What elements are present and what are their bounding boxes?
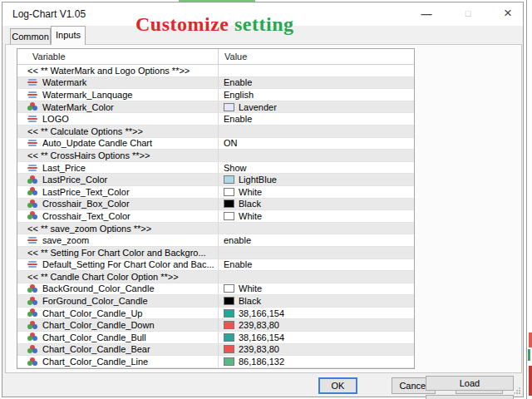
enum-list-icon xyxy=(27,261,37,268)
color-wheel-icon xyxy=(27,332,37,342)
variable-label: LOGO xyxy=(42,114,69,124)
value-swatch xyxy=(224,309,234,318)
value-cell[interactable]: White xyxy=(219,283,414,295)
value-cell[interactable]: 86,186,132 xyxy=(219,356,414,367)
param-row[interactable]: LastPrice_Text_Color White xyxy=(17,186,414,199)
section-row[interactable]: << ** Candle Chart Color Option **>> xyxy=(17,271,414,283)
section-row[interactable]: << ** WaterMark and Logo Options **>> xyxy=(17,65,414,77)
param-row[interactable]: Chart_Color_Candle_Up 38,166,154 xyxy=(17,308,414,320)
column-header-value: Value xyxy=(219,49,414,64)
value-cell[interactable]: White xyxy=(219,210,414,222)
variable-label: WaterMark_Color xyxy=(42,102,114,112)
param-row[interactable]: Default_Setting For Chart Color and Bac.… xyxy=(17,259,414,272)
value-cell[interactable]: Enable xyxy=(219,259,414,271)
value-cell[interactable]: 239,83,80 xyxy=(219,344,414,356)
custom-heading: Customize setting xyxy=(135,13,293,36)
variable-label: Crosshair_Box_Color xyxy=(42,199,130,209)
value-cell[interactable]: 239,83,80 xyxy=(219,319,414,331)
background-candle-green xyxy=(528,349,530,361)
param-row[interactable]: save_zoom enable xyxy=(17,234,414,247)
value-swatch xyxy=(224,297,234,305)
value-label: enable xyxy=(224,235,251,245)
param-row[interactable]: Watermark_Lanquage English xyxy=(17,89,414,101)
param-row[interactable]: Watermark Enable xyxy=(17,77,414,90)
value-cell[interactable] xyxy=(219,271,414,283)
value-cell[interactable]: Show xyxy=(219,162,414,174)
variable-cell: << ** WaterMark and Logo Options **>> xyxy=(17,65,219,76)
value-cell[interactable]: Black xyxy=(219,295,414,307)
maximize-icon[interactable]: □ xyxy=(455,4,481,22)
param-row[interactable]: Chart_Color_Candle_Bear 239,83,80 xyxy=(17,344,414,357)
tab-page-inputs: Variable Value << ** WaterMark and Logo … xyxy=(5,44,522,373)
background-candle-red xyxy=(529,332,532,347)
variable-cell: << ** Setting For Chart Color and Backgr… xyxy=(17,247,219,259)
variable-cell: << ** save_zoom Options **>> xyxy=(17,223,219,234)
variable-label: Watermark_Lanquage xyxy=(42,90,132,100)
param-row[interactable]: Chart_Color_Candle_Bull 38,166,154 xyxy=(17,332,414,344)
param-row[interactable]: Chart_Color_Candle_Down 239,83,80 xyxy=(17,319,414,332)
tab-common[interactable]: Common xyxy=(10,28,51,45)
param-row[interactable]: LOGO Enable xyxy=(17,113,414,126)
close-icon[interactable]: × xyxy=(495,4,521,22)
value-label: Enable xyxy=(224,259,252,269)
variable-label: << ** Calculate Options **>> xyxy=(27,126,143,136)
value-label: 38,166,154 xyxy=(239,332,284,342)
param-row[interactable]: Auto_Update Candle Chart ON xyxy=(17,138,414,150)
section-row[interactable]: << ** save_zoom Options **>> xyxy=(17,223,414,235)
variable-label: Chart_Color_Candle_Bull xyxy=(42,332,146,342)
param-row[interactable]: Chart_Color_Candle_Line 86,186,132 xyxy=(17,356,414,368)
param-row[interactable]: Last_Price Show xyxy=(17,162,414,175)
variable-cell: Chart_Color_Candle_Bull xyxy=(17,332,219,343)
color-wheel-icon xyxy=(27,308,37,318)
value-cell[interactable]: LightBlue xyxy=(219,174,414,185)
value-cell[interactable]: Lavender xyxy=(219,101,414,113)
section-row[interactable]: << ** Calculate Options **>> xyxy=(17,126,414,138)
variable-cell: Crosshair_Text_Color xyxy=(17,210,219,222)
value-swatch xyxy=(224,200,234,208)
param-row[interactable]: Crosshair_Box_Color Black xyxy=(17,199,414,211)
value-cell[interactable] xyxy=(219,247,414,259)
value-cell[interactable]: 38,166,154 xyxy=(219,332,414,343)
color-wheel-icon xyxy=(27,200,37,209)
color-wheel-icon xyxy=(27,211,37,220)
value-cell[interactable]: ON xyxy=(219,138,414,150)
variable-label: << ** CrossHairs Options **>> xyxy=(27,150,150,160)
value-cell[interactable] xyxy=(219,65,414,76)
load-button[interactable]: Load xyxy=(426,376,514,391)
variable-cell: Crosshair_Box_Color xyxy=(17,199,219,210)
variable-cell: Chart_Color_Candle_Down xyxy=(17,319,219,331)
color-wheel-icon xyxy=(27,284,37,293)
value-cell[interactable]: Enable xyxy=(219,77,414,89)
param-row[interactable]: BackGround_Color_Candle White xyxy=(17,283,414,296)
value-cell[interactable]: 38,166,154 xyxy=(219,308,414,319)
minimize-icon[interactable]: — xyxy=(413,4,440,22)
param-row[interactable]: LastPrice_Color LightBlue xyxy=(17,174,414,186)
value-label: 239,83,80 xyxy=(239,344,279,354)
value-cell[interactable]: enable xyxy=(219,234,414,246)
value-cell[interactable] xyxy=(219,150,414,161)
value-swatch xyxy=(224,188,234,196)
value-cell[interactable] xyxy=(219,126,414,137)
enum-list-icon xyxy=(27,91,37,98)
param-row[interactable]: WaterMark_Color Lavender xyxy=(17,101,414,114)
variable-cell: Watermark xyxy=(17,77,219,89)
tab-inputs[interactable]: Inputs xyxy=(51,26,86,45)
value-label: English xyxy=(224,90,254,100)
variable-label: Chart_Color_Candle_Down xyxy=(42,320,155,330)
value-cell[interactable]: Black xyxy=(219,199,414,210)
value-cell[interactable]: English xyxy=(219,89,414,101)
section-row[interactable]: << ** CrossHairs Options **>> xyxy=(17,150,414,162)
save-button[interactable]: Save xyxy=(426,395,514,399)
value-cell[interactable]: Enable xyxy=(219,113,414,125)
value-cell[interactable]: White xyxy=(219,186,414,198)
section-row[interactable]: << ** Setting For Chart Color and Backgr… xyxy=(17,247,414,259)
param-row[interactable]: Crosshair_Text_Color White xyxy=(17,210,414,223)
value-swatch xyxy=(224,212,234,220)
ok-button[interactable]: OK xyxy=(318,377,357,394)
variable-label: Default_Setting For Chart Color and Bac.… xyxy=(42,259,214,269)
variable-cell: Watermark_Lanquage xyxy=(17,89,219,101)
param-row[interactable]: ForGround_Color_Candle Black xyxy=(17,295,414,308)
value-cell[interactable] xyxy=(219,223,414,234)
variable-label: LastPrice_Color xyxy=(42,175,107,185)
color-wheel-icon xyxy=(27,357,37,367)
